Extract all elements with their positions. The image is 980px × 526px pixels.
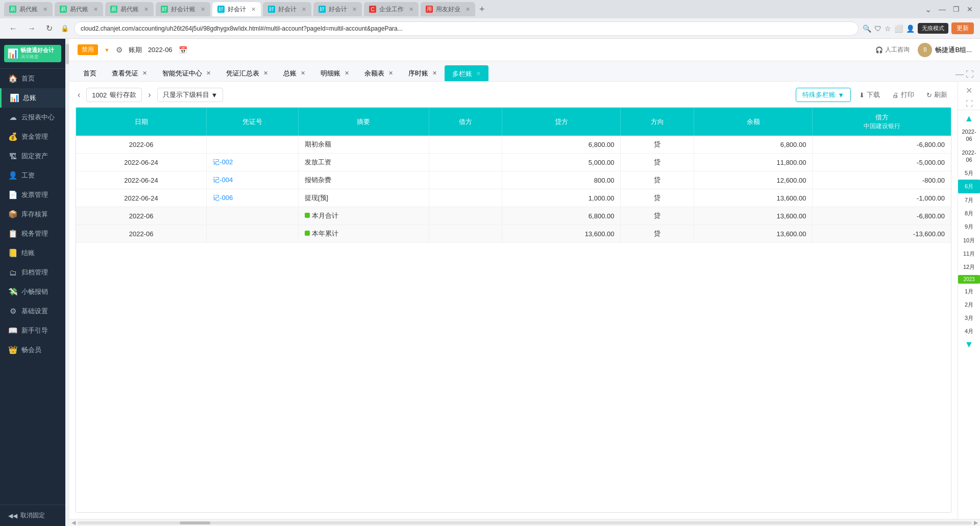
bottom-scrollbar[interactable]: ◀ ▶ [69, 519, 980, 526]
timeline-item-5[interactable]: 5月 [958, 166, 980, 180]
tab-close-4[interactable]: ✕ [201, 6, 205, 13]
tab-general-ledger[interactable]: 总账 ✕ [276, 65, 313, 81]
period-calendar-icon[interactable]: 📅 [179, 46, 187, 54]
timeline-item-12[interactable]: 12月 [958, 260, 980, 273]
address-input[interactable] [74, 21, 859, 36]
multi-col-button[interactable]: 特殊多栏账 ▼ [796, 88, 851, 102]
tab-balance[interactable]: 余额表 ✕ [357, 65, 401, 81]
user-info[interactable]: B 畅捷通B组... [918, 43, 972, 57]
back-button[interactable]: ← [6, 23, 20, 34]
star-btn[interactable]: ☆ [885, 24, 891, 33]
tab-close-8[interactable]: ✕ [409, 6, 413, 13]
prev-account-button[interactable]: ‹ [76, 89, 82, 101]
timeline-item-11[interactable]: 11月 [958, 247, 980, 260]
browser-tab-5[interactable]: 好 好会计 ✕ [212, 2, 261, 16]
sidebar-item-home[interactable]: 🏠 首页 [0, 69, 65, 88]
tab-close-9[interactable]: ✕ [465, 6, 470, 13]
search-btn[interactable]: 🔍 [863, 24, 871, 33]
tab-fullscreen-icon[interactable]: ⛶ [966, 70, 974, 79]
sidebar-scrollbar[interactable] [65, 39, 69, 526]
extensions-btn[interactable]: ⬜ [894, 24, 903, 33]
sidebar-item-tax[interactable]: 📋 税务管理 [0, 224, 65, 243]
tab-multi-col[interactable]: 多栏账 ✕ [445, 65, 488, 82]
shield-btn[interactable]: 🛡 [874, 24, 881, 33]
cell-voucher-1[interactable]: 记-002 [207, 154, 299, 171]
tab-voucher-view[interactable]: 查看凭证 ✕ [104, 65, 155, 81]
sidebar-item-inventory[interactable]: 📦 库存核算 [0, 205, 65, 224]
close-btn[interactable]: ✕ [964, 5, 976, 13]
minimize-btn[interactable]: — [936, 5, 949, 13]
tab-close-multi[interactable]: ✕ [476, 70, 481, 77]
browser-tab-7[interactable]: 好 好会计 ✕ [313, 2, 362, 16]
browser-tab-9[interactable]: 用 用友好业 ✕ [421, 2, 475, 16]
browser-tab-6[interactable]: 好 好会计 ✕ [263, 2, 311, 16]
timeline-item-7[interactable]: 7月 [958, 193, 980, 207]
timeline-item-2023-3[interactable]: 3月 [958, 311, 980, 324]
account-badge[interactable]: 禁用 [78, 44, 98, 55]
cell-voucher-2[interactable]: 记-004 [207, 171, 299, 189]
sidebar-item-member[interactable]: 👑 畅会员 [0, 340, 65, 360]
tab-close-6[interactable]: ✕ [302, 6, 306, 13]
maximize-btn[interactable]: ❐ [950, 5, 963, 13]
tab-sequence[interactable]: 序时账 ✕ [401, 65, 445, 81]
tab-list-btn[interactable]: ⌄ [922, 5, 935, 14]
timeline-item-2022-06-2[interactable]: 2022-06 [958, 146, 980, 167]
tab-close-balance[interactable]: ✕ [388, 70, 393, 77]
account-selector[interactable]: 1002 银行存款 [86, 88, 142, 102]
timeline-up-button[interactable]: ▲ [964, 112, 975, 125]
timeline-item-8[interactable]: 8月 [958, 207, 980, 220]
tab-close-smart[interactable]: ✕ [206, 70, 211, 77]
tab-close-3[interactable]: ✕ [144, 6, 149, 13]
timeline-expand-button[interactable]: ⛶ [964, 97, 975, 110]
sidebar-item-invoice[interactable]: 📄 发票管理 [0, 185, 65, 205]
timeline-item-2023-2[interactable]: 2月 [958, 298, 980, 311]
profile-btn[interactable]: 👤 [906, 24, 915, 33]
forward-button[interactable]: → [24, 23, 39, 34]
print-button[interactable]: 🖨 打印 [888, 88, 918, 102]
tab-close-sequence[interactable]: ✕ [432, 70, 437, 77]
timeline-item-10[interactable]: 10月 [958, 234, 980, 247]
timeline-item-2023-1[interactable]: 1月 [958, 285, 980, 298]
sidebar-item-archive[interactable]: 🗂 归档管理 [0, 263, 65, 282]
download-button[interactable]: ⬇ 下载 [855, 88, 884, 102]
next-account-button[interactable]: › [146, 89, 153, 101]
tab-close-1[interactable]: ✕ [43, 6, 47, 13]
tab-detailed-ledger[interactable]: 明细账 ✕ [313, 65, 357, 81]
new-tab-button[interactable]: + [477, 4, 487, 15]
scroll-left-btn[interactable]: ◀ [71, 519, 76, 526]
tab-close-2[interactable]: ✕ [93, 6, 98, 13]
sidebar-item-guide[interactable]: 📖 新手引导 [0, 321, 65, 340]
sidebar-item-assets[interactable]: 🏗 固定资产 [0, 146, 65, 166]
tab-voucher-summary[interactable]: 凭证汇总表 ✕ [218, 65, 276, 81]
browser-tab-3[interactable]: 易 易代账 ✕ [105, 2, 154, 16]
timeline-item-2022-06-1[interactable]: 2022-06 [958, 125, 980, 146]
timeline-item-9[interactable]: 9月 [958, 220, 980, 233]
tab-close-summary[interactable]: ✕ [263, 70, 268, 77]
app-settings-icon[interactable]: ⚙ [116, 45, 122, 55]
reload-button[interactable]: ↻ [43, 22, 56, 34]
browser-tab-2[interactable]: 易 易代账 ✕ [55, 2, 103, 16]
refresh-button[interactable]: ↻ 刷新 [922, 88, 951, 102]
cell-voucher-3[interactable]: 记-006 [207, 189, 299, 207]
browser-tab-4[interactable]: 好 好会计账 ✕ [156, 2, 210, 16]
sidebar-item-ledger[interactable]: 📊 总账 [0, 88, 65, 108]
tab-close-detailed[interactable]: ✕ [345, 70, 349, 77]
timeline-down-button[interactable]: ▼ [964, 338, 975, 351]
sidebar-item-cloud-report[interactable]: ☁ 云报表中心 [0, 108, 65, 127]
sidebar-item-fund[interactable]: 💰 资金管理 [0, 127, 65, 146]
tab-minimize-icon[interactable]: — [955, 70, 964, 79]
scroll-right-btn[interactable]: ▶ [974, 519, 978, 526]
unpin-button[interactable]: ◀◀ 取消固定 [0, 505, 65, 526]
browser-tab-1[interactable]: 易 易代账 ✕ [4, 2, 53, 16]
stealth-button[interactable]: 无痕模式 [918, 23, 948, 34]
tab-close-7[interactable]: ✕ [352, 6, 357, 13]
timeline-close-button[interactable]: ✕ [964, 84, 974, 97]
tab-close-general[interactable]: ✕ [301, 70, 305, 77]
sidebar-item-expense[interactable]: 💸 小畅报销 [0, 282, 65, 302]
account-badge-arrow[interactable]: ▼ [104, 47, 110, 53]
tab-home[interactable]: 首页 [76, 65, 104, 81]
timeline-item-6[interactable]: 6月 [958, 180, 980, 193]
tab-close-voucher[interactable]: ✕ [142, 70, 147, 77]
consult-button[interactable]: 🎧 人工咨询 [875, 45, 910, 54]
browser-tab-8[interactable]: C 企业工作 ✕ [364, 2, 419, 16]
